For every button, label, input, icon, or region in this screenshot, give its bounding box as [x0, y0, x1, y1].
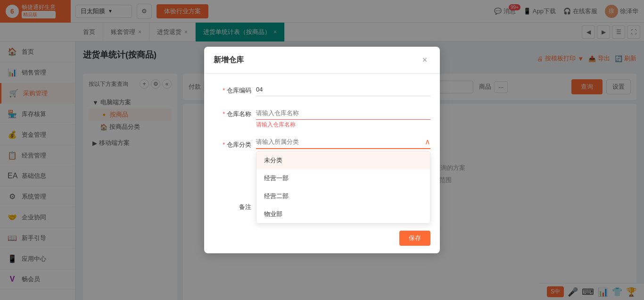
dropdown-item-uncategorized[interactable]: 未分类	[256, 151, 430, 169]
category-input[interactable]	[256, 138, 425, 145]
save-button[interactable]: 保存	[399, 231, 430, 246]
category-input-wrap: ∧ 未分类 经营一部 经营二部 物业部	[256, 137, 430, 149]
category-label: * 仓库分类	[214, 137, 256, 152]
modal-overlay: 新增仓库 × * 仓库编码 * 仓库名称	[0, 0, 644, 300]
dialog-body: * 仓库编码 * 仓库名称 请输入仓库名称	[204, 74, 440, 215]
add-warehouse-dialog: 新增仓库 × * 仓库编码 * 仓库名称	[204, 47, 440, 253]
dialog-close-button[interactable]: ×	[419, 54, 430, 66]
category-required-star: *	[223, 141, 225, 148]
name-label: * 仓库名称	[214, 107, 256, 122]
code-required-star: *	[223, 87, 225, 94]
code-input-wrap	[256, 83, 430, 96]
category-dropdown-list: 未分类 经营一部 经营二部 物业部	[256, 151, 430, 224]
notes-label: 备注	[214, 200, 256, 215]
code-input[interactable]	[256, 83, 430, 96]
dropdown-item-dept2[interactable]: 经营二部	[256, 187, 430, 205]
dialog-header: 新增仓库 ×	[204, 47, 440, 74]
category-select-trigger[interactable]: ∧	[256, 137, 430, 149]
name-required-star: *	[223, 110, 225, 117]
name-input[interactable]	[256, 107, 430, 120]
code-field-row: * 仓库编码	[214, 83, 430, 98]
name-error-msg: 请输入仓库名称	[256, 121, 430, 129]
code-label: * 仓库编码	[214, 83, 256, 98]
name-input-wrap: 请输入仓库名称	[256, 107, 430, 129]
category-field-row: * 仓库分类 ∧ 未分类 经营一部 经营二部 物业部	[214, 137, 430, 152]
dropdown-item-dept1[interactable]: 经营一部	[256, 169, 430, 187]
dropdown-item-dept3[interactable]: 物业部	[256, 205, 430, 223]
name-field-row: * 仓库名称 请输入仓库名称	[214, 107, 430, 129]
category-chevron-up-icon[interactable]: ∧	[425, 137, 430, 146]
dialog-footer: 保存	[204, 223, 440, 253]
dialog-title: 新增仓库	[214, 55, 244, 65]
